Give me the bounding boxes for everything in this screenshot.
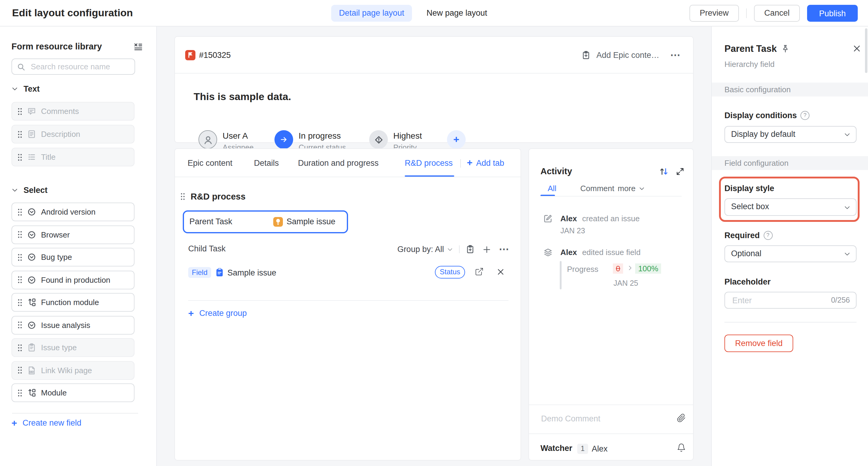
activity-tab-comment[interactable]: Comment — [580, 184, 614, 193]
chevron-down-icon — [844, 131, 850, 138]
bell-icon[interactable] — [677, 443, 686, 452]
add-icon[interactable] — [483, 245, 491, 254]
close-panel-icon[interactable] — [852, 44, 861, 53]
drag-handle-icon[interactable] — [17, 275, 23, 284]
drag-handle-icon[interactable] — [17, 389, 23, 397]
child-task-label: Child Task — [188, 244, 226, 253]
page-title: Edit layout configuration — [12, 0, 133, 26]
tab-rd-process[interactable]: R&D process — [405, 159, 453, 168]
active-tab-underline — [405, 175, 454, 177]
field-type-subtitle: Hierarchy field — [724, 60, 775, 69]
scrollbar[interactable] — [865, 28, 867, 73]
issue-title: This is sample data. — [194, 91, 291, 103]
activity-card: Activity All Comment more Alex created a… — [528, 148, 694, 461]
create-group-link[interactable]: + Create group — [188, 309, 247, 318]
drag-handle-icon[interactable] — [17, 153, 23, 161]
module-tree-icon — [27, 388, 36, 397]
preview-button[interactable]: Preview — [689, 4, 739, 22]
chevron-down-icon — [639, 186, 645, 191]
section-field-configuration: Field configuration — [712, 156, 868, 170]
drag-handle-icon[interactable] — [180, 192, 186, 201]
search-input[interactable] — [30, 62, 128, 72]
library-field-found-in-production[interactable]: Found in production — [11, 270, 134, 289]
group-header-text[interactable]: Text — [11, 85, 40, 94]
list-icon — [27, 153, 36, 162]
attachment-icon[interactable] — [677, 413, 686, 423]
add-tab-button[interactable]: + Add tab — [467, 159, 504, 168]
display-style-select[interactable]: Select box — [724, 198, 857, 216]
config-panel-title: Parent Task — [724, 43, 789, 54]
parent-task-field-selected[interactable]: Parent Task Sample issue — [183, 210, 348, 233]
add-from-library-icon[interactable] — [466, 245, 475, 254]
library-field-module[interactable]: Module — [11, 384, 134, 402]
form-resource-library-panel: Form resource library Text Comments Desc… — [0, 26, 157, 466]
library-field-link-wiki-page[interactable]: Link Wiki page — [11, 361, 134, 379]
event-date: JAN 23 — [560, 227, 585, 235]
more-options-icon[interactable]: ⋯ — [499, 243, 510, 256]
drag-handle-icon[interactable] — [17, 107, 23, 115]
priority-icon — [369, 130, 388, 149]
drag-handle-icon[interactable] — [17, 298, 23, 306]
issue-clipboard-icon — [215, 268, 224, 277]
pin-icon[interactable] — [781, 44, 789, 53]
status-value: In progress — [299, 131, 346, 140]
open-external-icon[interactable] — [475, 267, 484, 276]
display-conditions-select[interactable]: Display by default — [724, 126, 857, 143]
plus-icon: + — [11, 419, 17, 427]
chevron-down-icon[interactable] — [447, 246, 453, 252]
library-field-issue-type[interactable]: Issue type — [11, 338, 134, 357]
group-header-select[interactable]: Select — [11, 186, 48, 195]
field-config-panel: Parent Task Hierarchy field Basic config… — [711, 26, 868, 466]
sort-order-icon[interactable] — [659, 167, 668, 176]
library-field-bug-type[interactable]: Bug type — [11, 248, 134, 266]
drag-handle-icon[interactable] — [17, 208, 23, 216]
create-new-field-link[interactable]: + Create new field — [11, 419, 82, 427]
library-field-title[interactable]: Title — [11, 148, 134, 166]
library-field-browser[interactable]: Browser — [11, 225, 134, 244]
library-field-function-module[interactable]: Function module — [11, 293, 134, 312]
more-actions-icon[interactable]: ⋯ — [670, 49, 681, 62]
drag-handle-icon[interactable] — [17, 343, 23, 352]
char-counter: 0/256 — [831, 296, 850, 304]
tab-detail-page-layout[interactable]: Detail page layout — [331, 4, 412, 22]
plus-icon: + — [467, 159, 473, 168]
library-field-issue-analysis[interactable]: Issue analysis — [11, 315, 134, 334]
remove-field-button[interactable]: Remove field — [724, 335, 793, 352]
activity-title: Activity — [540, 166, 572, 176]
library-field-description[interactable]: Description — [11, 125, 134, 143]
add-field-chip[interactable]: + — [447, 130, 466, 149]
field-row-value[interactable]: Sample issue — [227, 268, 276, 277]
tab-epic-content[interactable]: Epic content — [188, 159, 232, 168]
drag-handle-icon[interactable] — [17, 253, 23, 261]
drag-handle-icon[interactable] — [17, 230, 23, 239]
tab-duration-and-progress[interactable]: Duration and progress — [298, 159, 378, 168]
status-tag[interactable]: Status — [435, 266, 465, 278]
comment-input[interactable]: Demo Comment — [541, 414, 600, 423]
required-select[interactable]: Optional — [724, 245, 857, 262]
help-icon[interactable]: ? — [763, 231, 772, 240]
library-field-comments[interactable]: Comments — [11, 102, 134, 121]
cancel-button[interactable]: Cancel — [754, 4, 800, 22]
collapse-panel-icon[interactable] — [133, 42, 143, 52]
drag-handle-icon[interactable] — [17, 321, 23, 329]
expand-icon[interactable] — [676, 167, 685, 176]
placeholder-input[interactable] — [731, 295, 824, 305]
sidebar-divider — [12, 413, 138, 413]
resource-search[interactable] — [11, 59, 135, 75]
top-bar: Edit layout configuration Detail page la… — [0, 0, 868, 27]
tab-details[interactable]: Details — [254, 159, 279, 168]
activity-tab-more[interactable]: more — [618, 184, 645, 193]
remove-row-icon[interactable] — [496, 268, 505, 276]
group-by-control[interactable]: Group by: All — [397, 245, 444, 254]
add-epic-content-icon — [581, 51, 590, 60]
drag-handle-icon[interactable] — [17, 366, 23, 374]
tab-new-page-layout[interactable]: New page layout — [427, 8, 487, 18]
publish-button[interactable]: Publish — [807, 4, 858, 22]
document-icon — [27, 130, 36, 139]
activity-tab-all[interactable]: All — [548, 184, 556, 193]
drag-handle-icon[interactable] — [17, 130, 23, 138]
issue-id: #150325 — [199, 51, 231, 60]
library-field-android-version[interactable]: Android version — [11, 203, 134, 221]
add-epic-content-button[interactable]: Add Epic conte… — [596, 51, 659, 60]
help-icon[interactable]: ? — [801, 111, 809, 120]
